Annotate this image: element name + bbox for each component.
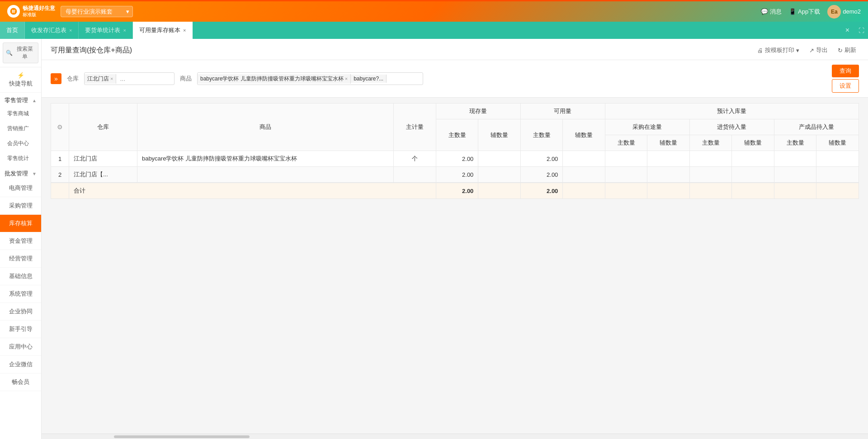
avatar: Ea	[827, 5, 841, 19]
table-row: 2 江北门店【... 2.00 2.00	[51, 167, 859, 183]
top-bar-right: 💬 消息 📱 App下载 Ea demo2	[761, 5, 861, 19]
warehouse-more-btn[interactable]: ...	[116, 75, 129, 82]
product-tag-1-close[interactable]: ×	[345, 76, 348, 81]
row-2-current-aux	[478, 167, 521, 183]
export-icon: ↗	[809, 47, 814, 54]
sidebar-item-finance[interactable]: 资金管理	[0, 232, 41, 250]
warehouse-tag-close[interactable]: ×	[110, 76, 113, 81]
warehouse-label: 仓库	[67, 75, 79, 83]
sidebar-item-stock[interactable]: 库存核算	[0, 215, 41, 232]
row-2-purchase-aux	[647, 167, 690, 183]
sidebar-item-retail-stats[interactable]: 零售统计	[0, 151, 41, 166]
sidebar-section-wholesale[interactable]: 批发管理 ▼	[0, 166, 41, 179]
tab-home[interactable]: 首页	[0, 22, 25, 39]
footer-incoming-main	[689, 183, 732, 199]
th-available-main: 主数量	[520, 119, 563, 151]
print-dropdown-icon: ▾	[796, 47, 799, 54]
horizontal-scrollbar[interactable]	[114, 435, 250, 438]
sidebar-item-system[interactable]: 系统管理	[0, 285, 41, 303]
sidebar-item-member[interactable]: 会员中心	[0, 136, 41, 151]
sidebar-item-retail-mall[interactable]: 零售商城	[0, 106, 41, 121]
sidebar-item-operations[interactable]: 经营管理	[0, 250, 41, 268]
th-production-aux: 辅数量	[816, 135, 859, 151]
close-all-tabs-btn[interactable]: ×	[840, 26, 855, 34]
row-1-available-aux	[563, 151, 605, 167]
print-icon: 🖨	[757, 47, 763, 54]
search-menu-btn[interactable]: 🔍 搜索菜单	[3, 42, 38, 63]
sidebar: 🔍 搜索菜单 ⚡ 快捷导航 零售管理 ▲ 零售商城 营销推广 会员中心 零售统计…	[0, 39, 42, 439]
tab-close-order-stats[interactable]: ×	[123, 28, 126, 33]
th-production-main: 主数量	[774, 135, 816, 151]
th-current-main: 主数量	[436, 119, 478, 151]
product-filter[interactable]: babycare学饮杯 儿童防摔防撞吸管杯重力球吸嘴杯宝宝水杯 × babyca…	[197, 72, 423, 85]
sidebar-item-newbie[interactable]: 新手引导	[0, 321, 41, 338]
warehouse-filter[interactable]: 江北门店 × ...	[84, 72, 175, 85]
footer-available-main: 2.00	[520, 183, 563, 199]
app-download-btn[interactable]: 📱 App下载	[789, 8, 820, 16]
footer-purchase-aux	[647, 183, 690, 199]
print-btn[interactable]: 🖨 按模板打印 ▾	[755, 44, 802, 56]
sidebar-section-wholesale-label: 批发管理	[5, 170, 28, 178]
warehouse-tag: 江北门店 ×	[85, 74, 116, 84]
row-2-production-aux	[816, 167, 859, 183]
page-actions: 🖨 按模板打印 ▾ ↗ 导出 ↻ 刷新	[755, 44, 859, 56]
footer-current-aux	[478, 183, 521, 199]
top-bar: 财 畅捷通好生意 标准版 母婴行业演示账套 💬 消息 📱 App下载 Ea de…	[0, 0, 868, 22]
chevron-up-icon: ▲	[32, 98, 37, 103]
row-2-num: 2	[51, 167, 69, 183]
company-selector[interactable]: 母婴行业演示账套	[61, 6, 133, 17]
app-download-icon: 📱	[789, 8, 796, 15]
tab-close-receive-summary[interactable]: ×	[69, 28, 72, 33]
sidebar-item-marketing[interactable]: 营销推广	[0, 121, 41, 136]
row-2-product	[137, 167, 393, 183]
footer-incoming-aux	[732, 183, 774, 199]
footer-production-aux	[816, 183, 859, 199]
th-settings[interactable]: ⚙	[51, 104, 69, 151]
logo-text: 畅捷通好生意	[23, 5, 55, 11]
company-selector-wrap[interactable]: 母婴行业演示账套	[61, 6, 133, 17]
filter-expand-btn[interactable]: »	[51, 73, 61, 84]
table-settings-icon[interactable]: ⚙	[57, 123, 63, 131]
tab-close-available-stock[interactable]: ×	[183, 28, 186, 33]
refresh-icon: ↻	[838, 47, 843, 54]
th-available: 可用量	[520, 104, 605, 119]
row-1-num: 1	[51, 151, 69, 167]
row-1-current-aux	[478, 151, 521, 167]
sidebar-item-quick-nav[interactable]: ⚡ 快捷导航	[0, 67, 41, 93]
product-tag-1: babycare学饮杯 儿童防摔防撞吸管杯重力球吸嘴杯宝宝水杯 ×	[198, 74, 351, 84]
footer-production-main	[774, 183, 816, 199]
row-2-incoming-main	[689, 167, 732, 183]
row-2-purchase-main	[605, 167, 647, 183]
query-btn[interactable]: 查询	[832, 65, 859, 77]
user-area[interactable]: Ea demo2	[827, 5, 861, 19]
page-title: 可用量查询(按仓库+商品)	[51, 46, 132, 55]
sidebar-item-wechat-work[interactable]: 企业微信	[0, 356, 41, 373]
chevron-down-icon: ▼	[32, 171, 37, 176]
export-btn[interactable]: ↗ 导出	[807, 44, 830, 56]
sidebar-item-enterprise[interactable]: 企业协同	[0, 303, 41, 321]
tab-receive-summary[interactable]: 收发存汇总表 ×	[25, 22, 79, 39]
row-2-unit	[394, 167, 436, 183]
refresh-btn[interactable]: ↻ 刷新	[835, 44, 859, 56]
top-bar-left: 财 畅捷通好生意 标准版 母婴行业演示账套	[7, 5, 133, 18]
sidebar-item-ecommerce[interactable]: 电商管理	[0, 179, 41, 197]
filter-bar: » 仓库 江北门店 × ... 商品 babycare学饮杯 儿童防摔防撞吸管杯…	[42, 60, 868, 98]
footer-current-main: 2.00	[436, 183, 478, 199]
row-1-production-main	[774, 151, 816, 167]
footer-available-aux	[563, 183, 605, 199]
sidebar-item-appcenter[interactable]: 应用中心	[0, 338, 41, 356]
tab-available-stock[interactable]: 可用量库存账本 ×	[133, 22, 193, 39]
sidebar-item-vip[interactable]: 畅会员	[0, 373, 41, 391]
tab-order-stats[interactable]: 要货单统计表 ×	[79, 22, 132, 39]
sidebar-section-retail[interactable]: 零售管理 ▲	[0, 93, 41, 106]
th-purchase-aux: 辅数量	[647, 135, 690, 151]
th-incoming-aux: 辅数量	[732, 135, 774, 151]
sidebar-item-basic[interactable]: 基础信息	[0, 268, 41, 285]
th-planned-in: 预计入库量	[605, 104, 859, 119]
expand-tab-btn[interactable]: ⛶	[855, 27, 868, 34]
sidebar-item-purchase[interactable]: 采购管理	[0, 197, 41, 215]
th-current-stock: 现存量	[436, 104, 520, 119]
setting-btn[interactable]: 设置	[832, 79, 859, 93]
th-warehouse: 仓库	[69, 104, 137, 151]
message-btn[interactable]: 💬 消息	[761, 8, 782, 16]
